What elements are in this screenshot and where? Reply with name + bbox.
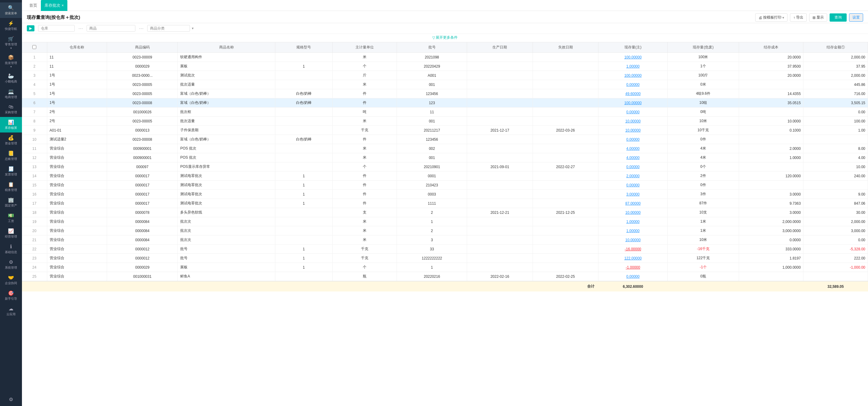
filter-toggle-btn[interactable]: ▶ [27, 25, 34, 31]
col-warehouse: 仓库名称 [47, 42, 107, 53]
sidebar-item-cloud[interactable]: ☁ 云应用 [0, 303, 22, 319]
sidebar-item-ecommerce[interactable]: 💻 电商管理 [0, 86, 22, 102]
row-unit: 件 [332, 98, 397, 107]
collab-icon: 🤝 [8, 275, 14, 280]
sidebar-item-invoice[interactable]: 🧾 发票管理 [0, 164, 22, 179]
row-spec: 1 [275, 263, 332, 272]
table-row: 8 2号 0023-00005 批次适量 米 001 10.00000 10米 … [22, 117, 868, 126]
row-qty-main[interactable]: 2.00000 [598, 171, 668, 181]
sidebar-item-tax[interactable]: 📋 税务管理 [0, 179, 22, 195]
sidebar-search[interactable]: 🔍 搜索菜单 [0, 2, 22, 18]
sidebar-item-management[interactable]: 📈 经营管理 [0, 226, 22, 241]
sidebar-item-inventory[interactable]: 📊 库存核算 [0, 117, 22, 133]
sidebar-item-system[interactable]: ⚙ 系统管理 [0, 257, 22, 272]
row-qty-main[interactable]: 87.00000 [598, 199, 668, 208]
sidebar-item-guide[interactable]: 🎯 新手引导 [0, 288, 22, 303]
sidebar-item-retail[interactable]: 🛒 零售管理 ▾ [0, 34, 22, 52]
row-batch: 2021098 [397, 53, 467, 62]
row-qty-main[interactable]: 0.00000 [598, 80, 668, 89]
row-warehouse: 营业综合 [47, 244, 107, 254]
row-warehouse: 1号 [47, 80, 107, 89]
search-button[interactable]: 查询 [830, 13, 847, 22]
row-qty-main[interactable]: 3.00000 [598, 190, 668, 199]
row-qty-main[interactable]: -1.00000 [598, 263, 668, 272]
row-index: 3 [22, 71, 47, 80]
footer-qty-alt-total [668, 281, 739, 292]
row-qty-main[interactable]: 100.00000 [598, 71, 668, 80]
row-qty-main[interactable]: 0.00000 [598, 272, 668, 281]
row-prod-date [467, 144, 533, 153]
sidebar-item-wholesale[interactable]: 📦 批发管理 ▾ [0, 52, 22, 71]
row-qty-main[interactable]: 10.00000 [598, 208, 668, 217]
row-spec: 白色/奶棒 [275, 135, 332, 144]
row-exp-date [533, 226, 598, 235]
sidebar-item-assets[interactable]: 🏢 固定资产 [0, 195, 22, 210]
row-qty-main[interactable]: 0.00000 [598, 162, 668, 171]
settings-gear-icon[interactable]: ⚙ [9, 397, 13, 402]
row-index: 24 [22, 263, 47, 272]
product-input[interactable] [87, 25, 135, 32]
row-qty-main[interactable]: 10.00000 [598, 235, 668, 244]
row-qty-main[interactable]: 1.00000 [598, 217, 668, 226]
sidebar-settings[interactable]: ⚙ [9, 393, 13, 406]
topnav-home[interactable]: 首页 [26, 0, 41, 11]
row-qty-main[interactable]: 10.00000 [598, 117, 668, 126]
product-dots[interactable]: ··· [139, 26, 144, 31]
print-button[interactable]: 🖨 按模板打印 ▾ [755, 13, 787, 22]
row-prod-date: 2021-12-17 [467, 126, 533, 135]
row-qty-alt: 4米 [668, 144, 739, 153]
row-warehouse: 营业综合 [47, 217, 107, 226]
row-qty-main[interactable]: 49.60000 [598, 89, 668, 98]
warehouse-input[interactable] [38, 25, 75, 32]
row-code: 0023-00008 [107, 135, 178, 144]
row-qty-main[interactable]: 1.00000 [598, 226, 668, 235]
wholesale-icon: 📦 [8, 55, 14, 60]
topnav-active-tab[interactable]: 库存批次 × [41, 0, 67, 11]
row-qty-main[interactable]: 10.00000 [598, 126, 668, 135]
category-input[interactable] [147, 25, 190, 32]
row-qty-main[interactable]: 122.00000 [598, 254, 668, 263]
sidebar-item-basic[interactable]: ℹ 基础信息 [0, 241, 22, 257]
row-qty-main[interactable]: 4.00000 [598, 153, 668, 162]
row-batch: 210423 [397, 181, 467, 190]
sidebar-item-xiaoe[interactable]: 🦢 小鹅电商 [0, 71, 22, 86]
row-unit: 吨 [332, 107, 397, 117]
row-unit: 件 [332, 89, 397, 98]
row-qty-alt: 10米 [668, 117, 739, 126]
table-row: 23 营业综合 0000012 批号 1 千克 1222222222 122.0… [22, 254, 868, 263]
sidebar-item-purchase[interactable]: 🛍 采购管理 [0, 102, 22, 117]
category-dropdown-icon[interactable]: ▾ [192, 26, 194, 30]
row-qty-main[interactable]: 4.00000 [598, 144, 668, 153]
row-exp-date [533, 263, 598, 272]
sidebar-item-ledger[interactable]: 📒 总账管理 [0, 148, 22, 164]
row-unit: 件 [332, 190, 397, 199]
warehouse-dots[interactable]: ··· [79, 26, 83, 31]
settings-button[interactable]: 设置 [849, 13, 863, 22]
row-exp-date [533, 171, 598, 181]
export-button[interactable]: ↑ 导出 [790, 13, 807, 22]
row-qty-main[interactable]: 1.00000 [598, 62, 668, 71]
display-button[interactable]: ⊞ 显示 [809, 13, 827, 22]
row-qty-main[interactable]: 100.00000 [598, 98, 668, 107]
expand-conditions-btn[interactable]: ▽ 展开更多条件 [432, 35, 458, 40]
row-qty-main[interactable]: 0.00000 [598, 181, 668, 190]
table-row: 7 2号 001000026 批次框 吨 11 0.00000 0吨 0.00 [22, 107, 868, 117]
row-code: 0023-00009 [107, 53, 178, 62]
sidebar-item-quick-nav[interactable]: ⚡ 快捷导航 [0, 18, 22, 34]
close-tab-icon[interactable]: × [62, 0, 64, 11]
row-qty-main[interactable]: 0.00000 [598, 135, 668, 144]
assets-icon: 🏢 [8, 197, 14, 203]
sidebar-item-salary[interactable]: 💵 工资 [0, 210, 22, 226]
row-prod-date [467, 80, 533, 89]
row-qty-main[interactable]: 0.00000 [598, 107, 668, 117]
row-warehouse: 营业综合 [47, 263, 107, 272]
select-all-checkbox[interactable] [32, 45, 36, 49]
row-spec [275, 117, 332, 126]
row-exp-date [533, 135, 598, 144]
row-amount: 2,000.00 [803, 53, 868, 62]
system-icon: ⚙ [9, 259, 13, 265]
sidebar-item-collab[interactable]: 🤝 企业协同 [0, 272, 22, 288]
row-qty-main[interactable]: -16.00000 [598, 244, 668, 254]
sidebar-item-finance[interactable]: 💰 资金管理 [0, 133, 22, 148]
row-qty-main[interactable]: 100.00000 [598, 53, 668, 62]
